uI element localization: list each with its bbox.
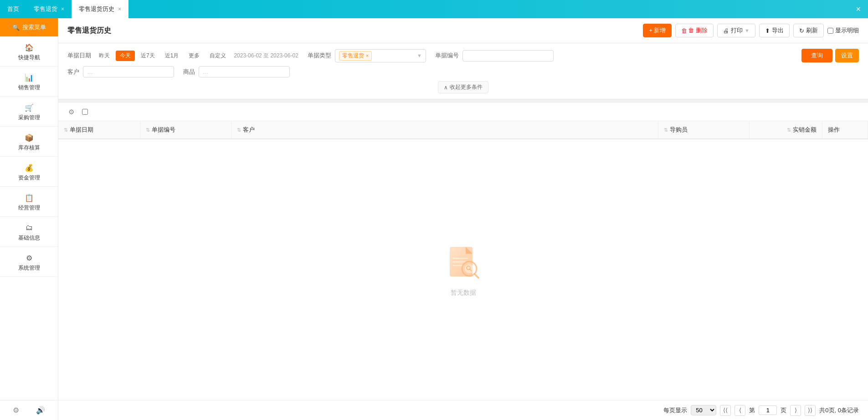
th-amount-label: 实销金额	[793, 126, 817, 134]
th-date[interactable]: ⇅ 单据日期	[58, 121, 140, 138]
table-body: 暂无数据	[58, 139, 868, 400]
sidebar-item-system[interactable]: ⚙ 系统管理	[0, 247, 58, 277]
main-content: 零售退货历史 + 新增 🗑 🗑 删除 🖨 打印 ▼ ⬆ 导出 ↻	[58, 18, 868, 420]
empty-icon	[443, 242, 484, 283]
sidebar-item-basic-info[interactable]: 🗂 基础信息	[0, 217, 58, 247]
select-all-checkbox[interactable]	[82, 109, 88, 115]
customer-filter-label: 客户	[67, 68, 79, 76]
refresh-label: 刷新	[806, 26, 818, 35]
th-amount-sort: ⇅	[787, 127, 791, 133]
sidebar-item-sales-label: 销售管理	[18, 84, 40, 92]
date-btn-7days[interactable]: 近7天	[137, 51, 159, 61]
sidebar-item-sales[interactable]: 📊 销售管理	[0, 67, 58, 97]
tab-retail-return-history-close[interactable]: ×	[118, 6, 121, 12]
display-detail-checkbox[interactable]	[827, 28, 833, 34]
next-page-button[interactable]: ⟩	[790, 405, 801, 416]
prev-page-button[interactable]: ⟨	[734, 405, 745, 416]
goods-filter-input[interactable]	[199, 66, 290, 77]
sidebar-search-label: 搜索菜单	[22, 23, 46, 31]
table-settings-icon[interactable]: ⚙	[66, 107, 77, 118]
sidebar-item-inventory[interactable]: 📦 库存核算	[0, 127, 58, 157]
type-filter-select[interactable]: 零售退货 × ▼	[335, 49, 426, 62]
collapse-button[interactable]: ∧ 收起更多条件	[438, 81, 488, 93]
tab-retail-return-history[interactable]: 零售退货历史 ×	[72, 0, 128, 18]
print-button[interactable]: 🖨 打印 ▼	[717, 24, 755, 37]
finance-icon: 💰	[25, 163, 34, 172]
sidebar-item-basic-info-label: 基础信息	[18, 234, 40, 242]
sidebar-search[interactable]: 🔍 搜索菜单	[0, 18, 58, 36]
page-number-input[interactable]	[759, 405, 777, 415]
inventory-icon: 📦	[25, 133, 34, 142]
sidebar: 🔍 搜索菜单 🏠 快捷导航 📊 销售管理 🛒 采购管理 📦 库存核算 💰	[0, 18, 58, 420]
sidebar-item-inventory-label: 库存核算	[18, 144, 40, 152]
volume-icon[interactable]: 🔊	[36, 406, 45, 415]
filter-row-1: 单据日期 昨天 今天 近7天 近1月 更多 自定义 2023-06-02 至 2…	[67, 49, 859, 62]
type-tag-retail-return: 零售退货 ×	[339, 51, 372, 61]
page-header: 零售退货历史 + 新增 🗑 🗑 删除 🖨 打印 ▼ ⬆ 导出 ↻	[58, 18, 868, 43]
empty-state: 暂无数据	[443, 242, 484, 297]
window-close-button[interactable]: ×	[848, 5, 868, 14]
th-customer-label: 客户	[243, 126, 255, 134]
sidebar-item-system-label: 系统管理	[18, 264, 40, 272]
select-all-checkbox-cell[interactable]	[77, 109, 93, 115]
tab-retail-return-close[interactable]: ×	[61, 6, 64, 12]
table-header: ⇅ 单据日期 ⇅ 单据编号 ⇅ 客户 ⇅ 导购员 ⇅ 实销金额	[58, 121, 868, 139]
th-number-label: 单据编号	[152, 126, 175, 134]
new-button[interactable]: + 新增	[643, 24, 672, 37]
sidebar-item-purchase-label: 采购管理	[18, 114, 40, 122]
system-icon: ⚙	[25, 253, 34, 262]
page-size-select[interactable]: 50 100 200	[691, 405, 716, 415]
refresh-icon: ↻	[799, 27, 804, 34]
date-btn-custom[interactable]: 自定义	[205, 51, 230, 61]
sidebar-item-quick-nav[interactable]: 🏠 快捷导航	[0, 36, 58, 67]
date-filter-label: 单据日期	[67, 51, 91, 60]
th-customer[interactable]: ⇅ 客户	[231, 121, 658, 138]
last-page-button[interactable]: ⟩⟩	[805, 405, 816, 416]
setting-button[interactable]: 设置	[835, 49, 859, 62]
date-btn-yesterday[interactable]: 昨天	[95, 51, 114, 61]
table-area: ⚙ ⇅ 单据日期 ⇅ 单据编号 ⇅ 客户	[58, 103, 868, 400]
number-filter-label: 单据编号	[435, 51, 459, 60]
number-filter-input[interactable]	[462, 50, 554, 61]
th-action: 操作	[822, 121, 868, 138]
sidebar-item-finance[interactable]: 💰 资金管理	[0, 157, 58, 187]
filter-type: 单据类型 零售退货 × ▼	[308, 49, 426, 62]
date-btn-1month[interactable]: 近1月	[161, 51, 183, 61]
collapse-label: 收起更多条件	[450, 83, 483, 91]
page-size-label: 每页显示	[663, 406, 687, 415]
tab-home[interactable]: 首页	[0, 0, 26, 18]
th-guide[interactable]: ⇅ 导购员	[658, 121, 750, 138]
filter-goods: 商品	[183, 66, 290, 77]
filter-row-2: 客户 商品	[67, 66, 859, 77]
print-label: 打印	[731, 26, 743, 35]
th-date-sort: ⇅	[64, 127, 68, 133]
customer-filter-input[interactable]	[83, 66, 174, 77]
th-date-label: 单据日期	[70, 126, 93, 134]
refresh-button[interactable]: ↻ 刷新	[793, 24, 824, 37]
tab-retail-return[interactable]: 零售退货 ×	[26, 0, 72, 18]
th-number-sort: ⇅	[146, 127, 150, 133]
th-amount[interactable]: ⇅ 实销金额	[750, 121, 822, 138]
svg-point-6	[465, 264, 474, 273]
page-title: 零售退货历史	[67, 26, 111, 41]
query-button[interactable]: 查询	[801, 49, 832, 62]
date-btn-more[interactable]: 更多	[185, 51, 204, 61]
settings-bottom-icon[interactable]: ⚙	[13, 406, 19, 415]
th-number[interactable]: ⇅ 单据编号	[140, 121, 231, 138]
display-detail-checkbox-group[interactable]: 显示明细	[827, 26, 859, 35]
collapse-icon: ∧	[444, 84, 448, 91]
page-label: 第	[749, 406, 755, 415]
sidebar-item-purchase[interactable]: 🛒 采购管理	[0, 97, 58, 127]
export-label: 导出	[772, 26, 784, 35]
export-button[interactable]: ⬆ 导出	[759, 24, 790, 37]
basic-info-icon: 🗂	[25, 223, 34, 232]
delete-button[interactable]: 🗑 🗑 删除	[675, 24, 714, 37]
first-page-button[interactable]: ⟨⟨	[720, 405, 731, 416]
filter-number: 单据编号	[435, 50, 554, 61]
date-btn-today[interactable]: 今天	[116, 51, 135, 61]
table-toolbar: ⚙	[58, 103, 868, 121]
goods-filter-label: 商品	[183, 68, 195, 76]
type-tag-close[interactable]: ×	[366, 53, 369, 58]
tab-retail-return-label: 零售退货	[34, 5, 57, 13]
sidebar-item-operations[interactable]: 📋 经营管理	[0, 187, 58, 217]
